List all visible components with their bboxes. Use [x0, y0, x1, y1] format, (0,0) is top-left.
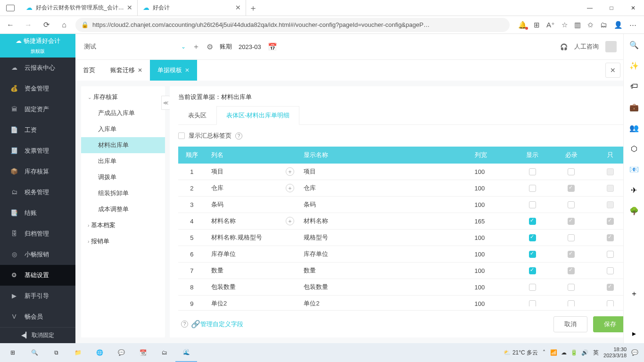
battery-icon[interactable]: 🔋: [570, 349, 578, 356]
read-aloud-icon[interactable]: A⁺: [546, 21, 555, 29]
readonly-checkbox[interactable]: [607, 251, 614, 258]
required-checkbox[interactable]: [568, 168, 575, 175]
tree-item[interactable]: 材料出库单: [81, 137, 165, 153]
nav-item[interactable]: 🗄归档管理: [0, 223, 75, 244]
nav-item[interactable]: ▶新手引导: [0, 286, 75, 306]
add-column-icon[interactable]: ＋: [286, 167, 294, 176]
browser-tab[interactable]: ☁好会计云财务软件管理系统_会计…✕: [21, 0, 138, 16]
wechat-icon[interactable]: 💬: [110, 343, 132, 362]
notification-icon[interactable]: 🔔: [518, 21, 527, 29]
edge-sidebar-icon[interactable]: 💼: [629, 102, 639, 112]
tab-actions-icon[interactable]: [0, 5, 21, 11]
edge-sidebar-icon[interactable]: ＋: [629, 288, 639, 299]
chrome-icon[interactable]: 🌐: [89, 343, 110, 362]
show-checkbox[interactable]: [529, 201, 536, 208]
clock[interactable]: 18:30 2023/3/18: [603, 346, 627, 359]
inner-tab[interactable]: 表头区: [178, 106, 216, 124]
edge-sidebar-icon[interactable]: 🔍: [629, 40, 639, 50]
nav-item[interactable]: 📑结账: [0, 203, 75, 223]
edge-sidebar-icon[interactable]: 🌳: [629, 206, 639, 216]
forward-button[interactable]: →: [22, 18, 35, 32]
volume-icon[interactable]: 🔊: [581, 349, 588, 356]
required-checkbox[interactable]: [568, 284, 575, 291]
maximize-button[interactable]: □: [601, 0, 622, 16]
show-checkbox[interactable]: [529, 251, 536, 258]
close-icon[interactable]: ✕: [127, 4, 132, 11]
search-button[interactable]: 🔍: [24, 343, 45, 362]
new-tab-button[interactable]: ＋: [246, 2, 260, 14]
nav-item[interactable]: 📦库存核算: [0, 161, 75, 182]
favorite-icon[interactable]: ☆: [561, 21, 568, 29]
tree-group[interactable]: ⌄库存核算: [81, 89, 165, 105]
readonly-checkbox[interactable]: [607, 300, 614, 306]
save-button[interactable]: 保存: [593, 316, 627, 332]
profile-icon[interactable]: 👤: [614, 21, 623, 29]
files-icon[interactable]: 🗂: [154, 343, 175, 362]
nav-item[interactable]: ◎小畅报销: [0, 244, 75, 265]
tree-item[interactable]: 组装拆卸单: [81, 185, 165, 201]
weather-widget[interactable]: ⛅21°C 多云: [504, 349, 538, 357]
close-icon[interactable]: ✕: [235, 4, 241, 11]
manage-custom-fields-link[interactable]: 管理自定义字段: [200, 320, 243, 329]
cancel-button[interactable]: 取消: [553, 316, 587, 332]
page-tab[interactable]: 单据模板✕: [150, 60, 197, 81]
inner-tab[interactable]: 表体区-材料出库单明细: [216, 106, 299, 125]
page-tab[interactable]: 首页: [75, 60, 103, 81]
nav-item[interactable]: 💰资金管理: [0, 78, 75, 99]
add-column-icon[interactable]: ＋: [286, 217, 294, 225]
edge-sidebar-icon[interactable]: ✨: [629, 60, 639, 71]
tree-item[interactable]: 入库单: [81, 121, 165, 137]
show-checkbox[interactable]: [529, 267, 536, 274]
support-link[interactable]: 人工咨询: [574, 42, 599, 51]
task-view-button[interactable]: ⧉: [45, 343, 67, 362]
ime-indicator[interactable]: 英: [593, 349, 599, 357]
edge-sidebar-icon[interactable]: 🏷: [629, 81, 639, 91]
close-icon[interactable]: ✕: [138, 67, 142, 74]
favorites-bar-icon[interactable]: ✩: [587, 21, 594, 29]
show-checkbox[interactable]: [529, 168, 536, 175]
collections-icon[interactable]: ▥: [574, 21, 581, 29]
explorer-icon[interactable]: 📁: [67, 343, 89, 362]
nav-item[interactable]: ☁云报表中心: [0, 58, 75, 78]
required-checkbox[interactable]: [568, 201, 575, 208]
nav-item[interactable]: 📄工资: [0, 120, 75, 140]
gear-icon[interactable]: ⚙: [206, 42, 213, 51]
show-checkbox[interactable]: [529, 284, 536, 291]
tree-item[interactable]: 调拨单: [81, 169, 165, 185]
show-checkbox[interactable]: [529, 300, 536, 306]
refresh-button[interactable]: ⟳: [40, 18, 53, 32]
nav-item[interactable]: 🧾发票管理: [0, 140, 75, 161]
show-summary-checkbox[interactable]: [178, 132, 185, 139]
tree-item[interactable]: 出库单: [81, 153, 165, 169]
calendar-app-icon[interactable]: 📆: [132, 343, 154, 362]
edge-sidebar-icon[interactable]: 👥: [629, 123, 639, 133]
edge-sidebar-icon[interactable]: ✈: [629, 185, 639, 195]
close-window-button[interactable]: ✕: [622, 0, 644, 16]
nav-item[interactable]: 🏛固定资产: [0, 99, 75, 120]
url-input[interactable]: 🔒 https://cloud2.chanjet.com/accounting/…: [75, 18, 510, 32]
nav-item[interactable]: V畅会员: [0, 306, 75, 327]
sidebar-expand-icon[interactable]: ▸: [629, 328, 639, 338]
page-tab[interactable]: 账套迁移✕: [103, 60, 150, 81]
cloud-icon[interactable]: ☁: [561, 349, 567, 356]
add-button[interactable]: ＋: [192, 42, 200, 52]
show-checkbox[interactable]: [529, 234, 536, 241]
add-column-icon[interactable]: ＋: [286, 184, 294, 192]
show-checkbox[interactable]: [529, 185, 536, 192]
minimize-button[interactable]: —: [579, 0, 601, 16]
nav-item[interactable]: 🗂税务管理: [0, 182, 75, 203]
browser-tab[interactable]: ☁好会计✕: [138, 0, 246, 16]
tree-item[interactable]: 产成品入库单: [81, 105, 165, 121]
required-checkbox[interactable]: [568, 234, 575, 241]
close-icon[interactable]: ✕: [185, 67, 190, 74]
edge-sidebar-icon[interactable]: ⬡: [629, 143, 639, 154]
back-button[interactable]: ←: [4, 18, 17, 32]
tree-group[interactable]: ›报销单: [81, 233, 165, 249]
tray-chevron-icon[interactable]: ˄: [543, 349, 545, 356]
home-button[interactable]: ⌂: [58, 18, 71, 32]
calendar-icon[interactable]: 📅: [268, 42, 277, 51]
notifications-icon[interactable]: 💬: [631, 349, 638, 356]
footer-help-icon[interactable]: ?: [181, 321, 188, 328]
close-all-tabs[interactable]: ✕: [605, 63, 620, 78]
tree-group[interactable]: ›基本档案: [81, 217, 165, 233]
